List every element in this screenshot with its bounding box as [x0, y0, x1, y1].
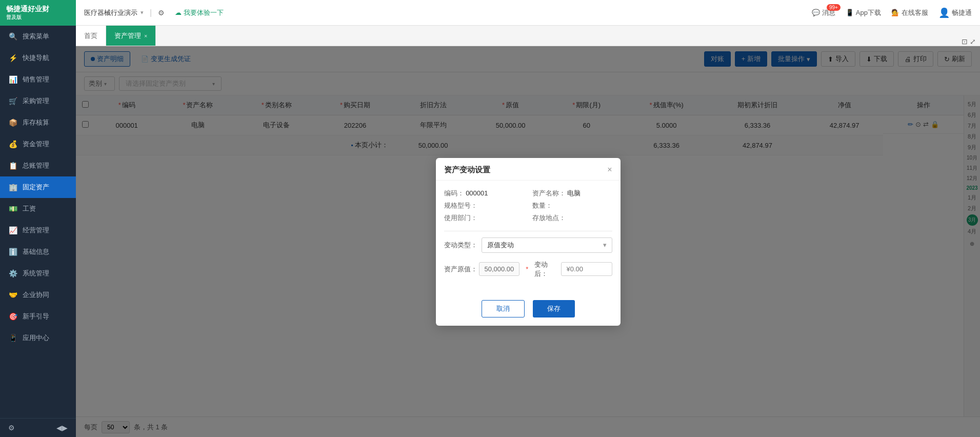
message-badge: 99+: [827, 4, 841, 11]
sidebar-item-enterprise[interactable]: 🤝 企业协同: [0, 284, 76, 306]
sidebar-item-label: 新手引导: [23, 312, 49, 321]
topbar-separator: |: [150, 8, 152, 17]
sidebar-item-label: 资金管理: [23, 140, 49, 149]
modal-dept-item: 使用部门：: [444, 213, 524, 223]
tab-home-label: 首页: [84, 31, 97, 41]
user-name: 畅捷通: [952, 8, 972, 17]
online-service-button[interactable]: 💁 在线客服: [891, 8, 928, 17]
save-button[interactable]: 保存: [533, 300, 575, 317]
modal-header: 资产变动设置 ×: [436, 158, 621, 181]
modal-dept-label: 使用部门：: [444, 214, 477, 222]
tab-close-icon[interactable]: ×: [144, 33, 147, 39]
change-type-value: 原值变动: [487, 241, 514, 250]
asset-original-value-text: 50,000.00: [485, 265, 514, 273]
sidebar-item-capital[interactable]: 💰 资金管理: [0, 133, 76, 155]
sidebar-item-payroll[interactable]: 💵 工资: [0, 198, 76, 220]
modal-body: 编码： 000001 资产名称： 电脑 规格型号： 数量：: [436, 181, 621, 294]
basic-info-icon: ℹ️: [8, 248, 17, 256]
tab-bar: 首页 资产管理 × ⊡ ⤢: [76, 26, 980, 46]
tab-home[interactable]: 首页: [76, 26, 106, 46]
app-download-label: App下载: [856, 8, 881, 17]
modal-close-button[interactable]: ×: [607, 165, 612, 174]
topbar-right: 💬 消息 99+ 📱 App下载 💁 在线客服 👤 畅捷通: [812, 7, 972, 18]
modal-info-grid: 编码： 000001 资产名称： 电脑 规格型号： 数量：: [444, 189, 612, 223]
sidebar-item-label: 快捷导航: [23, 53, 49, 63]
company-dropdown-icon: ▾: [141, 9, 144, 16]
app-center-icon: 📱: [8, 334, 17, 342]
modal-overlay: 资产变动设置 × 编码： 000001 资产名称： 电脑: [76, 46, 980, 437]
company-name: 医疗器械行业演示: [84, 8, 137, 17]
modal-divider: [444, 231, 612, 231]
guide-icon: 🎯: [8, 312, 17, 321]
change-type-select[interactable]: 原值变动 ▾: [482, 237, 612, 253]
expand-icon: ⊡: [962, 37, 968, 46]
collapse-icon[interactable]: ◀▶: [56, 424, 68, 432]
fullscreen-icon: ⤢: [970, 37, 976, 46]
sidebar-item-sales[interactable]: 📊 销售管理: [0, 69, 76, 90]
sidebar-item-quick-nav[interactable]: ⚡ 快捷导航: [0, 47, 76, 69]
change-type-field: 变动类型： 原值变动 ▾: [444, 237, 612, 253]
sidebar-item-search[interactable]: 🔍 搜索菜单: [0, 26, 76, 47]
modal-title: 资产变动设置: [444, 165, 490, 175]
settings-gear-icon[interactable]: ⚙: [158, 9, 165, 17]
sidebar-item-label: 固定资产: [23, 183, 49, 192]
sidebar-item-operations[interactable]: 📈 经营管理: [0, 220, 76, 241]
purchase-icon: 🛒: [8, 97, 17, 105]
app-download-button[interactable]: 📱 App下载: [846, 8, 881, 17]
sidebar-item-label: 工资: [23, 204, 36, 213]
sidebar-item-label: 系统管理: [23, 269, 49, 278]
capital-icon: 💰: [8, 140, 17, 148]
online-service-label: 在线客服: [902, 8, 928, 17]
general-ledger-icon: 📋: [8, 162, 17, 170]
tab-expand-button[interactable]: ⊡ ⤢: [957, 37, 980, 46]
modal-footer: 取消 保存: [436, 294, 621, 326]
inventory-icon: 📦: [8, 118, 17, 127]
change-type-dropdown-icon: ▾: [603, 241, 607, 249]
sidebar-item-purchase[interactable]: 🛒 采购管理: [0, 90, 76, 112]
online-service-icon: 💁: [891, 9, 899, 16]
page-content: 资产明细 📄 变更生成凭证 对账 + 新增 批量操作 ▾: [76, 46, 980, 437]
tab-asset-management[interactable]: 资产管理 ×: [106, 26, 156, 46]
sidebar-item-label: 采购管理: [23, 96, 49, 106]
message-button[interactable]: 💬 消息 99+: [812, 8, 835, 17]
sidebar-item-inventory[interactable]: 📦 库存核算: [0, 112, 76, 133]
sidebar-item-general-ledger[interactable]: 📋 总账管理: [0, 155, 76, 176]
topbar: 医疗器械行业演示 ▾ | ⚙ ☁ 我要体验一下 💬 消息 99+ 📱 App下载…: [76, 0, 980, 26]
sidebar-scroll: 🔍 搜索菜单 ⚡ 快捷导航 📊 销售管理 🛒 采购管理 📦 库存核算 💰 资金管…: [0, 26, 76, 418]
company-selector[interactable]: 医疗器械行业演示 ▾: [84, 8, 144, 17]
experience-label[interactable]: 我要体验一下: [184, 8, 224, 17]
sidebar-item-label: 搜索菜单: [23, 32, 49, 41]
cancel-button[interactable]: 取消: [482, 300, 525, 317]
search-icon: 🔍: [8, 32, 17, 41]
modal-quantity-label: 数量：: [532, 202, 552, 209]
sidebar-item-label: 销售管理: [23, 75, 49, 84]
modal-code-label: 编码：: [444, 189, 464, 197]
asset-value-field: 资产原值： 50,000.00 * 变动后：: [444, 260, 612, 279]
sidebar-item-label: 总账管理: [23, 161, 49, 170]
asset-original-value: 50,000.00: [479, 262, 520, 276]
payroll-icon: 💵: [8, 205, 17, 213]
modal-quantity-item: 数量：: [532, 201, 612, 210]
user-menu[interactable]: 👤 畅捷通: [938, 7, 972, 18]
sidebar-item-system[interactable]: ⚙️ 系统管理: [0, 263, 76, 284]
sidebar-item-guide[interactable]: 🎯 新手引导: [0, 306, 76, 327]
sidebar-item-basic-info[interactable]: ℹ️ 基础信息: [0, 241, 76, 263]
after-label: 变动后：: [534, 260, 554, 279]
modal-spec-label: 规格型号：: [444, 202, 477, 209]
experience-icon: ☁: [175, 9, 182, 16]
required-star: *: [526, 265, 528, 273]
app-name: 畅捷通好业财: [6, 5, 49, 14]
sidebar-item-fixed-assets[interactable]: 🏢 固定资产: [0, 176, 76, 198]
modal-location-item: 存放地点：: [532, 213, 612, 223]
sidebar-item-label: 企业协同: [23, 290, 49, 300]
sidebar-item-app-center[interactable]: 📱 应用中心: [0, 327, 76, 349]
modal-location-label: 存放地点：: [532, 214, 566, 222]
settings-icon[interactable]: ⚙: [8, 424, 15, 432]
after-value-input[interactable]: [561, 262, 612, 276]
sidebar-item-label: 库存核算: [23, 118, 49, 127]
sidebar-item-label: 基础信息: [23, 247, 49, 256]
fixed-assets-icon: 🏢: [8, 183, 17, 191]
modal-code-value: 000001: [466, 189, 488, 197]
app-edition: 普及版: [6, 14, 49, 21]
main-content: 医疗器械行业演示 ▾ | ⚙ ☁ 我要体验一下 💬 消息 99+ 📱 App下载…: [76, 0, 980, 437]
